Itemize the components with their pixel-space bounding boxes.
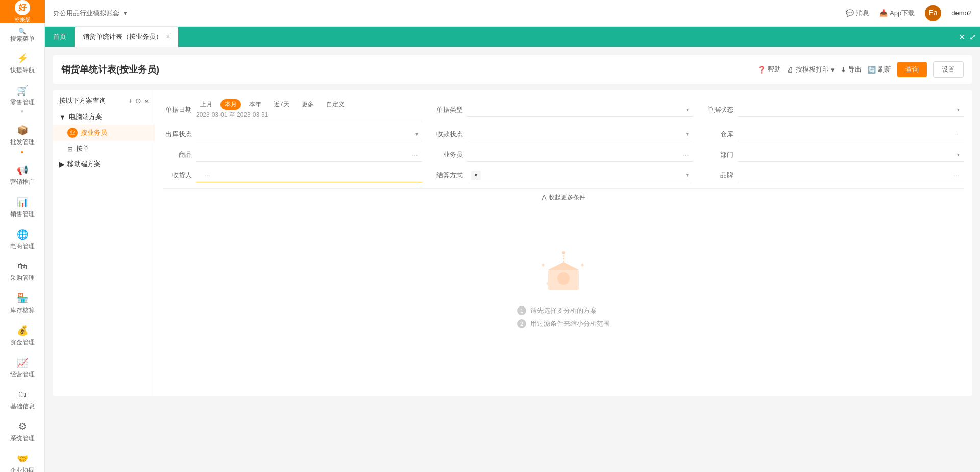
receive-status-select[interactable]: ▾ xyxy=(467,127,693,141)
refresh-btn[interactable]: 🔄 刷新 xyxy=(868,65,891,74)
query-btn[interactable]: 查询 xyxy=(897,62,927,77)
header-app-download-btn[interactable]: 📥 App下载 xyxy=(879,9,915,18)
receiver-dots[interactable]: ··· xyxy=(204,171,210,179)
active-tab-label: 销货单统计表（按业务员） xyxy=(83,32,162,41)
sidebar-item-retail[interactable]: 🛒 零售管理 ▼ xyxy=(0,80,45,120)
out-status-label: 出库状态 xyxy=(163,130,192,139)
header-message-btn[interactable]: 💬 消息 xyxy=(846,9,869,18)
panel-add-btn[interactable]: + xyxy=(128,97,132,105)
date-tab-7days[interactable]: 近7天 xyxy=(270,99,293,110)
date-tab-thisyear[interactable]: 本年 xyxy=(245,99,265,110)
svg-point-4 xyxy=(562,251,565,254)
tab-close-icon[interactable]: × xyxy=(166,33,170,40)
empty-icon: ✦ ✦ ✦ xyxy=(538,247,589,298)
settings-btn[interactable]: 设置 xyxy=(933,61,964,78)
doc-status-select[interactable]: ▾ xyxy=(738,103,964,117)
tab-active[interactable]: 销货单统计表（按业务员） × xyxy=(75,27,178,47)
left-panel: 按以下方案查询 + ⊙ « ▼ 电脑端方案 业 按业务员 xyxy=(53,90,155,396)
finance-icon: 💰 xyxy=(17,325,28,336)
out-status-select[interactable]: ▾ xyxy=(196,127,422,141)
filter-doc-type: 单据类型 ▾ xyxy=(434,98,693,121)
sidebar-item-marketing[interactable]: 📢 营销推广 xyxy=(0,159,45,192)
collapse-bar[interactable]: ⋀ 收起更多条件 xyxy=(163,188,964,206)
sidebar-item-system[interactable]: ⚙ 系统管理 xyxy=(0,416,45,448)
svg-text:✦: ✦ xyxy=(580,262,585,269)
user-name[interactable]: demo2 xyxy=(951,9,972,17)
warehouse-select[interactable]: ··· xyxy=(738,127,964,141)
page-title: 销货单统计表(按业务员) xyxy=(61,63,159,76)
date-tab-lastmonth[interactable]: 上月 xyxy=(196,99,216,110)
doc-type-select[interactable]: ▾ xyxy=(467,103,693,117)
tree-order-item[interactable]: ⊞ 按单 xyxy=(53,141,155,156)
tab-window-close[interactable]: ✕ xyxy=(959,32,965,42)
salesman-dots[interactable]: ··· xyxy=(683,151,689,159)
help-btn[interactable]: ❓ 帮助 xyxy=(757,65,781,74)
sidebar-item-ops[interactable]: 📈 经营管理 xyxy=(0,352,45,384)
tree-expand-icon: ▼ xyxy=(59,113,66,121)
payment-tag-close[interactable]: × xyxy=(474,172,478,179)
sidebar-item-sales[interactable]: 📊 销售管理 xyxy=(0,192,45,224)
goods-dots[interactable]: ··· xyxy=(412,151,418,159)
filter-brand: 品牌 ··· xyxy=(705,168,964,182)
payment-select[interactable]: × ▾ xyxy=(467,168,693,182)
download-icon: 📥 xyxy=(879,9,888,17)
sidebar-item-inventory[interactable]: 🏪 库存核算 xyxy=(0,288,45,320)
page-content: 销货单统计表(按业务员) ❓ 帮助 🖨 按模板打印 ▾ ⬇ 导出 xyxy=(45,47,980,472)
panel-collapse-btn[interactable]: « xyxy=(144,97,149,105)
brand-select[interactable]: ··· xyxy=(738,168,964,182)
sidebar-item-quicknav[interactable]: ⚡ 快捷导航 xyxy=(0,48,45,80)
export-btn[interactable]: ⬇ 导出 xyxy=(841,65,862,74)
department-arrow: ▾ xyxy=(957,152,960,157)
tab-home[interactable]: 首页 xyxy=(45,27,75,47)
tab-window-expand[interactable]: ⤢ xyxy=(969,32,976,42)
svg-marker-1 xyxy=(548,262,579,270)
date-range-text: 2023-03-01 至 2023-03-31 xyxy=(196,111,422,120)
date-tab-more[interactable]: 更多 xyxy=(298,99,318,110)
wholesale-icon: 📦 xyxy=(17,125,28,136)
collapse-label: 收起更多条件 xyxy=(549,194,585,201)
workspace: 按以下方案查询 + ⊙ « ▼ 电脑端方案 业 按业务员 xyxy=(53,90,972,396)
sidebar-item-ecommerce[interactable]: 🌐 电商管理 xyxy=(0,224,45,256)
purchase-icon: 🛍 xyxy=(18,261,27,272)
date-tabs: 上月 本月 本年 近7天 更多 自定义 xyxy=(196,99,422,110)
print-btn[interactable]: 🖨 按模板打印 ▾ xyxy=(787,65,835,74)
sidebar-item-base[interactable]: 🗂 基础信息 xyxy=(0,384,45,416)
header-app-title[interactable]: 办公用品行业模拟账套 ▾ xyxy=(53,9,127,18)
sidebar-item-wholesale[interactable]: 📦 批发管理 ▲ xyxy=(0,120,45,159)
sidebar-item-search[interactable]: 🔍 搜索菜单 xyxy=(0,23,45,48)
receiver-input[interactable]: ··· xyxy=(196,168,422,182)
export-icon: ⬇ xyxy=(841,66,846,74)
brand-dots[interactable]: ··· xyxy=(953,171,960,179)
salesman-select[interactable]: ··· xyxy=(467,148,693,162)
tree-pc-section[interactable]: ▼ 电脑端方案 xyxy=(53,109,155,125)
payment-tag: × xyxy=(471,171,481,180)
department-select[interactable]: ▾ xyxy=(738,148,964,162)
retail-icon: 🛒 xyxy=(17,85,28,96)
filter-department: 部门 ▾ xyxy=(705,148,964,162)
filter-row-2: 出库状态 ▾ 收款状态 ▾ xyxy=(163,127,964,141)
sidebar-item-finance[interactable]: 💰 资金管理 xyxy=(0,320,45,352)
user-avatar[interactable] xyxy=(925,5,941,21)
sidebar-item-enterprise[interactable]: 🤝 企业协同 xyxy=(0,448,45,472)
message-icon: 💬 xyxy=(846,9,854,17)
tree-mobile-expand-icon: ▶ xyxy=(59,160,64,168)
brand-label: 品牌 xyxy=(705,171,733,180)
print-label: 按模板打印 xyxy=(796,65,829,74)
date-tab-thismonth[interactable]: 本月 xyxy=(220,99,241,110)
quicknav-icon: ⚡ xyxy=(17,53,28,64)
goods-select[interactable]: ··· xyxy=(196,148,422,162)
doc-type-arrow: ▾ xyxy=(686,107,689,112)
right-panel: 单据日期 上月 本月 本年 近7天 更多 自定义 20 xyxy=(155,90,972,396)
top-header: 办公用品行业模拟账套 ▾ 💬 消息 📥 App下载 demo2 xyxy=(45,0,980,27)
salesman-filter-label: 业务员 xyxy=(434,150,463,159)
message-label: 消息 xyxy=(856,9,869,18)
sidebar-item-purchase[interactable]: 🛍 采购管理 xyxy=(0,256,45,288)
tree-salesman-item[interactable]: 业 按业务员 xyxy=(53,125,155,141)
sidebar-logo[interactable]: 好 标账版 xyxy=(0,0,45,23)
tree-mobile-section[interactable]: ▶ 移动端方案 xyxy=(53,156,155,172)
filter-goods: 商品 ··· xyxy=(163,148,422,162)
filter-doc-status: 单据状态 ▾ xyxy=(705,98,964,121)
wholesale-arrow: ▲ xyxy=(20,149,25,154)
date-tab-custom[interactable]: 自定义 xyxy=(322,99,349,110)
panel-edit-btn[interactable]: ⊙ xyxy=(135,97,141,105)
